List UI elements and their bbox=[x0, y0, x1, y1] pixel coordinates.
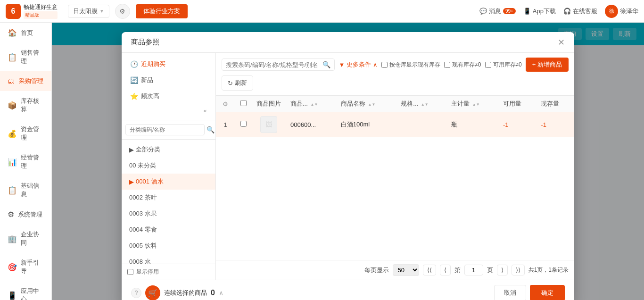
category-label: 0005 饮料 bbox=[129, 242, 157, 250]
row-num: 1 bbox=[216, 112, 235, 137]
recent-purchases-tab[interactable]: 🕐 近期购买 bbox=[125, 57, 212, 72]
table-row[interactable]: 1 🖼 bbox=[216, 112, 574, 137]
expand-icon: ▶ bbox=[129, 146, 134, 153]
user-nav-item[interactable]: 徐 徐泽华 bbox=[605, 5, 638, 18]
category-item-0008[interactable]: 0008 水 bbox=[122, 254, 215, 264]
mobile-icon: 📱 bbox=[523, 8, 531, 15]
message-icon: 💬 bbox=[479, 8, 487, 15]
frequent-tab[interactable]: ⭐ 频次高 bbox=[125, 89, 212, 104]
modal-body: 🕐 近期购买 🔄 新品 ⭐ 频次高 bbox=[122, 53, 574, 280]
category-label: 0004 零食 bbox=[129, 225, 157, 234]
warehouse-checkbox[interactable] bbox=[381, 62, 388, 68]
available-checkbox[interactable] bbox=[485, 62, 491, 68]
last-page-button[interactable]: ⟩⟩ bbox=[512, 265, 525, 275]
cart-icon[interactable]: 🛒 bbox=[145, 285, 160, 300]
more-filter-button[interactable]: ▼ 更多条件 ∧ bbox=[339, 60, 378, 69]
refresh-table-button[interactable]: ↻ 刷新 bbox=[222, 75, 253, 91]
sort-icons: ▲▼ bbox=[310, 102, 318, 107]
cart-count: 0 bbox=[211, 289, 215, 297]
th-available-label: 可用量 bbox=[503, 100, 521, 107]
sort-icons: ▲▼ bbox=[472, 102, 480, 107]
page-number-input[interactable] bbox=[464, 265, 483, 275]
sidebar-item-inventory[interactable]: 📦 库存核算 bbox=[0, 91, 51, 119]
sidebar-item-label: 采购管理 bbox=[19, 77, 43, 85]
product-table: ⚙ 商品图片 bbox=[216, 96, 574, 137]
category-item-0004[interactable]: 0004 零食 bbox=[122, 222, 215, 238]
trial-button[interactable]: 体验行业方案 bbox=[136, 4, 188, 18]
sidebar-item-apps[interactable]: 📱 应用中心 bbox=[0, 281, 51, 300]
row-checkbox-cell bbox=[235, 112, 252, 137]
category-item-0005[interactable]: 0005 饮料 bbox=[122, 238, 215, 254]
sidebar-item-home[interactable]: 🏠 首页 bbox=[0, 23, 51, 43]
search-icon: 🔍 bbox=[322, 61, 330, 68]
sidebar-item-basic[interactable]: 📋 基础信息 bbox=[0, 176, 51, 204]
select-all-checkbox[interactable] bbox=[240, 100, 247, 106]
show-disabled-checkbox[interactable] bbox=[127, 269, 133, 275]
row-available: -1 bbox=[498, 112, 536, 137]
category-item-00[interactable]: 00 未分类 bbox=[122, 158, 215, 174]
home-icon: 🏠 bbox=[8, 28, 17, 37]
stock-checkbox[interactable] bbox=[444, 62, 450, 68]
close-button[interactable]: ✕ bbox=[558, 38, 565, 47]
pagination: 每页显示 50 100 200 ⟨⟨ ⟨ 第 页 ⟩ bbox=[216, 260, 574, 280]
row-checkbox[interactable] bbox=[240, 121, 247, 127]
th-name[interactable]: 商品名称 ▲▼ bbox=[336, 96, 396, 112]
app-download-nav-item[interactable]: 📱 App下载 bbox=[523, 7, 556, 16]
category-item-0002[interactable]: 0002 茶叶 bbox=[122, 190, 215, 206]
th-spec[interactable]: 规格... ▲▼ bbox=[396, 96, 446, 112]
gear-header-icon[interactable]: ⚙ bbox=[223, 100, 228, 108]
finance-icon: 💰 bbox=[8, 129, 17, 138]
confirm-button[interactable]: 确定 bbox=[530, 285, 565, 300]
th-code[interactable]: 商品... ▲▼ bbox=[286, 96, 336, 112]
nav-selector[interactable]: 日太阳膜 ▼ bbox=[68, 5, 109, 18]
nav-right: 💬 消息 99+ 📱 App下载 🎧 在线客服 徐 徐泽华 bbox=[479, 5, 638, 18]
sidebar-item-guide[interactable]: 🎯 新手引导 bbox=[0, 253, 51, 281]
new-products-tab[interactable]: 🔄 新品 bbox=[125, 73, 212, 88]
collapse-footer-button[interactable]: ∧ bbox=[219, 289, 223, 297]
inventory-icon: 📦 bbox=[8, 101, 17, 110]
search-icon[interactable]: 🔍 bbox=[206, 126, 215, 133]
available-checkbox-wrap[interactable]: 可用库存≠0 bbox=[485, 61, 522, 69]
sidebar-item-operations[interactable]: 📊 经营管理 bbox=[0, 148, 51, 176]
modal-footer: ? 🛒 连续选择的商品 0 ∧ 取消 确定 bbox=[122, 280, 574, 300]
category-list: ▶ 全部分类 00 未分类 ▶ 0001 酒水 0002 茶 bbox=[122, 140, 215, 264]
settings-button[interactable]: ⚙ bbox=[115, 4, 130, 19]
customer-service-nav-item[interactable]: 🎧 在线客服 bbox=[563, 7, 597, 16]
row-code: 000600... bbox=[286, 112, 336, 137]
next-page-button[interactable]: ⟩ bbox=[497, 265, 508, 275]
help-button[interactable]: ? bbox=[131, 288, 141, 298]
modal-title: 商品参照 bbox=[131, 38, 159, 47]
th-unit[interactable]: 主计量 ▲▼ bbox=[446, 96, 498, 112]
th-code-label: 商品... bbox=[290, 100, 308, 107]
sidebar-item-label: 企业协同 bbox=[21, 230, 44, 247]
th-stock: 现存量 bbox=[536, 96, 574, 112]
category-search-input[interactable] bbox=[125, 124, 205, 135]
page-size-select[interactable]: 50 100 200 bbox=[393, 264, 419, 276]
message-badge: 99+ bbox=[503, 8, 516, 14]
sidebar-item-sales[interactable]: 📋 销售管理 bbox=[0, 43, 51, 71]
category-item-all[interactable]: ▶ 全部分类 bbox=[122, 142, 215, 158]
row-image-cell: 🖼 bbox=[252, 112, 286, 137]
sidebar-item-enterprise[interactable]: 🏢 企业协同 bbox=[0, 225, 51, 253]
stock-checkbox-wrap[interactable]: 现有库存≠0 bbox=[444, 61, 481, 69]
sidebar-item-finance[interactable]: 💰 资金管理 bbox=[0, 119, 51, 148]
cancel-button[interactable]: 取消 bbox=[494, 285, 526, 300]
sidebar-item-system[interactable]: ⚙ 系统管理 bbox=[0, 204, 51, 225]
add-product-button[interactable]: + 新增商品 bbox=[526, 58, 569, 72]
modal-header: 商品参照 ✕ bbox=[122, 32, 574, 53]
prev-page-button[interactable]: ⟨ bbox=[440, 265, 451, 275]
sidebar-item-purchase[interactable]: 🗂 采购管理 bbox=[0, 71, 51, 91]
category-item-0001[interactable]: ▶ 0001 酒水 bbox=[122, 174, 215, 190]
footer-left: ? 🛒 连续选择的商品 0 ∧ bbox=[131, 285, 488, 300]
warehouse-checkbox-wrap[interactable]: 按仓库显示现有库存 bbox=[381, 61, 440, 69]
messages-nav-item[interactable]: 💬 消息 99+ bbox=[479, 7, 516, 16]
sidebar-item-label: 销售管理 bbox=[21, 49, 44, 66]
category-label: 0002 茶叶 bbox=[129, 193, 157, 202]
filter-icon: ▼ bbox=[339, 61, 345, 68]
product-search-input[interactable] bbox=[226, 61, 322, 68]
th-unit-label: 主计量 bbox=[451, 100, 470, 107]
first-page-button[interactable]: ⟨⟨ bbox=[423, 265, 436, 275]
collapse-left-button[interactable]: « bbox=[200, 106, 210, 115]
category-item-0003[interactable]: 0003 水果 bbox=[122, 206, 215, 222]
sidebar-item-label: 应用中心 bbox=[21, 287, 44, 300]
